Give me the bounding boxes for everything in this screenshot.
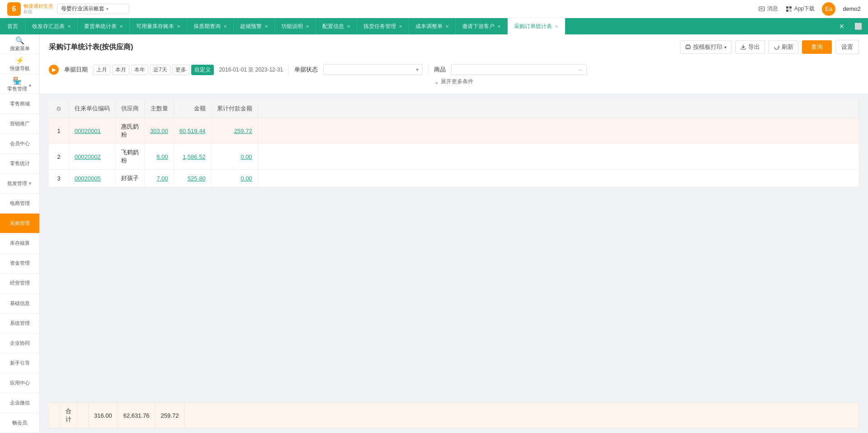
tab-close-icon[interactable]: ✕ [445,24,449,29]
sidebar-item-marketing[interactable]: 营销推广 [0,114,39,134]
tab-chaochu[interactable]: 超储预警 ✕ [234,18,275,34]
date-btn-this-month[interactable]: 本月 [112,65,129,75]
user-avatar[interactable]: Ea [822,2,835,16]
query-button[interactable]: 查询 [802,40,832,54]
date-btn-7days[interactable]: 近7天 [150,65,170,75]
sidebar-item-wholesale[interactable]: 批发管理 ▼ [0,174,39,194]
settings-button[interactable]: 设置 [835,40,859,54]
sidebar-item-operations[interactable]: 经营管理 [0,274,39,294]
qty-link[interactable]: 303.00 [150,128,168,134]
amount-link[interactable]: 1,586.52 [183,153,206,160]
tab-keyongliang[interactable]: 可用量库存账本 ✕ [130,18,187,34]
message-button[interactable]: 消息 [758,5,778,13]
paid-link[interactable]: 259.72 [234,128,252,134]
export-button[interactable]: 导出 [735,40,765,54]
shortcut-icon: ⚡ [15,56,24,65]
paid-link[interactable]: 0.00 [241,175,252,182]
template-print-button[interactable]: 按模板打印 ▾ [680,40,731,54]
col-paid: 累计付款金额 [211,100,258,118]
tab-yaoqing[interactable]: 邀请下游客户 ✕ [456,18,508,34]
qty-link[interactable]: 6.00 [156,153,168,160]
tab-home[interactable]: 首页 [0,18,26,34]
qty-link[interactable]: 7.00 [156,175,168,182]
amount-link[interactable]: 525.80 [188,175,206,182]
cell-no: 2 [49,144,69,170]
sidebar-item-enterprise[interactable]: 企业协同 [0,333,39,353]
tab-chengben[interactable]: 成本调整单 ✕ [409,18,456,34]
retail-expand-icon: ▲ [28,82,33,87]
svg-rect-5 [686,46,690,49]
sidebar-item-newguide[interactable]: 新手引导 [0,353,39,373]
nav-tabs-bar: 首页 收发存汇总表 ✕ 要货单统计表 ✕ 可用量库存账本 ✕ 保质期查询 ✕ 超… [0,18,868,34]
date-btn-this-year[interactable]: 本年 [131,65,148,75]
sidebar-item-ecommerce[interactable]: 电商管理 [0,194,39,214]
code-link[interactable]: 00020005 [75,175,101,182]
sidebar-item-vip[interactable]: 畅会员 [0,413,39,433]
sidebar-item-retail-mall[interactable]: 零售商城 [0,94,39,114]
sidebar-item-search[interactable]: 🔍 搜索英单 [0,34,39,54]
tab-yaohuo[interactable]: 要货单统计表 ✕ [78,18,130,34]
sidebar-item-wechat[interactable]: 企业微信 [0,393,39,413]
svg-rect-3 [786,10,788,12]
sidebar-item-shortcut[interactable]: ⚡ 快捷导航 [0,54,39,74]
tab-close-icon[interactable]: ✕ [223,24,227,29]
sidebar-item-basic[interactable]: 基础信息 [0,294,39,314]
top-bar: 6 畅捷通好生意 标版 母婴行业演示账套 ▾ 消息 App下载 Ea demo2 [0,0,868,18]
tab-jianhuo[interactable]: 拣货任务管理 ✕ [357,18,409,34]
sidebar-item-retail-stats[interactable]: 零售统计 [0,154,39,174]
cell-no: 1 [49,118,69,144]
sidebar-item-system[interactable]: 系统管理 [0,314,39,333]
sidebar-item-member[interactable]: 会员中心 [0,134,39,154]
user-name[interactable]: demo2 [843,5,861,12]
filter-divider [288,64,289,75]
status-select[interactable]: ▾ [323,64,423,75]
col-settings: ⚙ [49,100,69,118]
tab-close-icon[interactable]: ✕ [264,24,268,29]
cell-qty: 7.00 [145,170,174,187]
tab-baozhi[interactable]: 保质期查询 ✕ [187,18,234,34]
tab-close-all-button[interactable]: ✕ [835,20,848,33]
code-link[interactable]: 00020002 [75,153,101,160]
goods-input[interactable]: ··· [451,64,587,75]
date-btn-more[interactable]: 更多 [172,65,189,75]
tab-close-icon[interactable]: ✕ [119,24,123,29]
cell-code: 00020001 [69,118,116,144]
tab-close-icon[interactable]: ✕ [347,24,350,29]
column-settings-icon[interactable]: ⚙ [54,104,63,113]
page-actions: 按模板打印 ▾ 导出 刷新 查询 设置 [680,40,859,54]
tab-peizhi[interactable]: 配置信息 ✕ [316,18,357,34]
code-link[interactable]: 00020001 [75,128,101,134]
tab-close-icon[interactable]: ✕ [177,24,180,29]
cell-code: 00020005 [69,170,116,187]
tab-close-icon[interactable]: ✕ [67,24,71,29]
data-table: ⚙ 往来单位编码 供应商 主数量 金额 累计付款金额 1 [49,100,859,187]
app-download-button[interactable]: App下载 [785,5,815,13]
status-filter-label: 单据状态 [294,66,318,74]
filter-toggle-button[interactable]: ▶ [49,65,59,75]
paid-link[interactable]: 0.00 [241,153,252,160]
summary-paid: 259.72 [155,403,184,428]
expand-more-button[interactable]: ⌄ 展开更多条件 [434,78,473,86]
amount-link[interactable]: 60,519.44 [179,128,206,134]
tab-shoufacun[interactable]: 收发存汇总表 ✕ [26,18,78,34]
summary-row: 合计 316.00 62,631.76 259.72 [49,403,859,428]
tab-caigou-active[interactable]: 采购订单统计表 ✕ [508,18,565,34]
sidebar-item-purchase[interactable]: 采购管理 [0,214,39,233]
date-btn-last-month[interactable]: 上月 [93,65,110,75]
refresh-button[interactable]: 刷新 [769,40,798,54]
tab-close-icon[interactable]: ✕ [497,24,501,29]
cell-amount: 60,519.44 [174,118,211,144]
date-btn-custom[interactable]: 自定义 [191,65,214,75]
message-icon [758,5,765,13]
tab-close-icon[interactable]: ✕ [555,24,558,29]
workspace-selector[interactable]: 母婴行业演示账套 ▾ [57,4,129,14]
tab-gongneng[interactable]: 功能说明 ✕ [275,18,316,34]
sidebar-item-retail[interactable]: 🏪 零售管理 ▲ [0,74,39,94]
tab-maximize-button[interactable]: ⬜ [852,20,864,33]
tab-close-icon[interactable]: ✕ [399,24,402,29]
tab-close-icon[interactable]: ✕ [306,24,309,29]
sidebar-item-inventory[interactable]: 库存核算 [0,233,39,253]
sidebar-item-appcenter[interactable]: 应用中心 [0,373,39,393]
sidebar-item-finance[interactable]: 资金管理 [0,254,39,274]
export-icon [740,44,746,50]
